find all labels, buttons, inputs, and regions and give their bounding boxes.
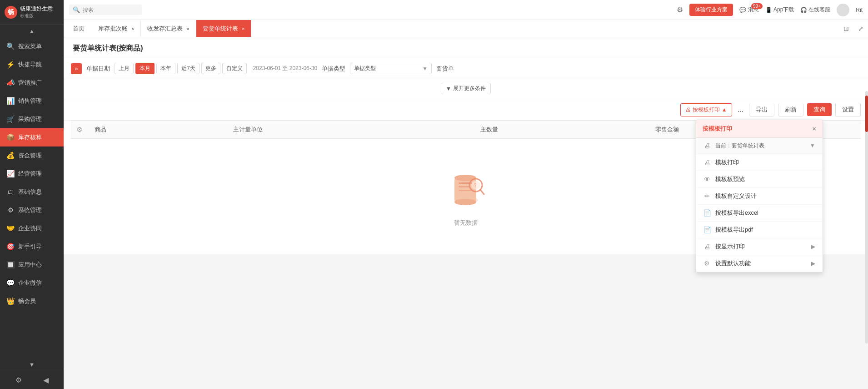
filter-expand-icon: » <box>75 66 78 72</box>
sidebar-item-wecom[interactable]: 💬 企业微信 <box>0 274 64 292</box>
filter-expand-more-btn[interactable]: ▼ 展开更多条件 <box>441 83 491 94</box>
sidebar-item-purchase[interactable]: 🛒 采购管理 <box>0 110 64 128</box>
tabbar-right: ⊡ ⤢ <box>839 25 868 32</box>
print-dropdown-item-export-excel[interactable]: 📄 按模板导出excel <box>696 205 823 222</box>
print-dropdown-item-template-preview[interactable]: 👁 模板板预览 <box>696 171 823 188</box>
table-col-settings[interactable]: ⚙ <box>71 121 89 139</box>
sidebar-scroll-down[interactable]: ▼ <box>0 359 64 371</box>
template-print-icon: 🖨 <box>703 159 711 166</box>
sidebar-item-operations[interactable]: 📈 经营管理 <box>0 165 64 183</box>
tab-close-inventory-batch[interactable]: × <box>131 26 134 31</box>
print-dropdown-current[interactable]: 🖨 当前：要货单统计表 ▼ <box>696 138 823 154</box>
topbar-msg-btn[interactable]: 💬 消息 99+ <box>739 6 759 14</box>
sidebar-item-basic[interactable]: 🗂 基础信息 <box>0 183 64 201</box>
print-dropdown-item-export-pdf[interactable]: 📄 按模板导出pdf <box>696 222 823 238</box>
finance-icon: 💰 <box>6 152 15 160</box>
template-print-label: 模板打印 <box>715 158 739 167</box>
sidebar-logo: 畅 畅康通好生意 标准版 <box>0 0 64 25</box>
sidebar-item-system[interactable]: ⚙ 系统管理 <box>0 201 64 219</box>
filter-date-more[interactable]: 更多 <box>201 63 220 74</box>
filter-expand-toggle[interactable]: » <box>71 63 82 74</box>
tab-inventory-batch[interactable]: 库存批次账 × <box>92 20 141 37</box>
purchase-icon: 🛒 <box>6 115 15 123</box>
filter-expand-down-icon: ▼ <box>446 86 451 92</box>
topbar-service-btn[interactable]: 🎧 在线客服 <box>800 6 830 14</box>
filter-date-prev-month[interactable]: 上月 <box>115 63 134 74</box>
current-template-icon: 🖨 <box>703 142 711 149</box>
sidebar-item-member[interactable]: 👑 畅会员 <box>0 292 64 310</box>
template-preview-label: 模板板预览 <box>715 175 745 183</box>
action-more-btn[interactable]: ... <box>736 106 745 114</box>
tab-expand-btn[interactable]: ⊡ <box>839 25 853 32</box>
tab-close-order-stats[interactable]: × <box>242 26 244 31</box>
set-default-arrow-icon: ▶ <box>811 260 815 267</box>
filter-date-custom[interactable]: 自定义 <box>222 63 247 74</box>
sidebar-item-inventory[interactable]: 📦 库存核算 <box>0 128 64 147</box>
topbar-service-label: 在线客服 <box>808 6 830 14</box>
print-dropdown-item-template-print[interactable]: 🖨 模板打印 <box>696 154 823 171</box>
filter-date-label: 单据日期 <box>86 65 110 73</box>
print-dropdown-item-template-custom[interactable]: ✏ 模板自定义设计 <box>696 188 823 205</box>
print-dropdown-sub-display-print[interactable]: 🖨 按显示打印 ▶ <box>696 238 823 255</box>
scrollbar[interactable] <box>865 91 868 344</box>
tab-collect-summary[interactable]: 收发存汇总表 × <box>141 20 196 37</box>
filter-date-this-year[interactable]: 本年 <box>156 63 175 74</box>
sidebar-item-finance[interactable]: 💰 资金管理 <box>0 147 64 165</box>
topbar-app-btn[interactable]: 📱 App下载 <box>765 6 794 14</box>
topbar-username[interactable]: Rit <box>856 7 863 13</box>
quicknav-icon: ⚡ <box>6 61 15 69</box>
sidebar-item-sales[interactable]: 📊 销售管理 <box>0 92 64 110</box>
topbar-trial-btn[interactable]: 体验行业方案 <box>689 4 733 16</box>
sidebar-settings-btn[interactable]: ⚙ <box>15 376 22 384</box>
topbar-avatar[interactable] <box>837 4 849 16</box>
sidebar-item-appstore[interactable]: 🔲 应用中心 <box>0 256 64 274</box>
topbar-search-input[interactable] <box>83 7 138 13</box>
sidebar-item-collab[interactable]: 🤝 企业协同 <box>0 219 64 237</box>
print-dropdown-close-btn[interactable]: × <box>812 125 816 132</box>
template-preview-icon: 👁 <box>703 176 711 183</box>
sidebar-item-marketing[interactable]: 📣 营销推广 <box>0 74 64 92</box>
sidebar-item-label-finance: 资金管理 <box>18 152 42 160</box>
print-dropdown-area: 🖨 按模板打印 ▲ 按模板打印 × 🖨 当前：要货单统计表 <box>680 103 732 116</box>
filter-date-7days[interactable]: 近7天 <box>177 63 200 74</box>
wecom-icon: 💬 <box>6 279 15 287</box>
sidebar-item-label-marketing: 营销推广 <box>18 79 42 87</box>
tab-close-collect-summary[interactable]: × <box>186 26 189 31</box>
topbar-app-label: App下载 <box>773 6 794 14</box>
topbar-right: ⚙ 体验行业方案 💬 消息 99+ 📱 App下载 🎧 在线客服 Rit <box>677 4 863 16</box>
newbie-icon: 🎯 <box>6 242 15 251</box>
set-default-icon: ⚙ <box>703 260 711 267</box>
empty-state-icon: ? <box>443 166 489 212</box>
tabbar: 首页 库存批次账 × 收发存汇总表 × 要货单统计表 × ⊡ ⤢ <box>64 20 868 37</box>
app-logo-icon: 畅 <box>5 6 17 19</box>
scrollbar-thumb[interactable] <box>865 96 868 132</box>
sidebar-item-label-purchase: 采购管理 <box>18 115 42 123</box>
sidebar-item-newbie[interactable]: 🎯 新手引导 <box>0 237 64 256</box>
filter-date-this-month[interactable]: 本月 <box>135 63 155 74</box>
sidebar-scroll-up[interactable]: ▲ <box>0 25 64 37</box>
current-template-arrow-icon: ▼ <box>810 142 815 149</box>
export-btn[interactable]: 导出 <box>749 103 774 116</box>
sidebar-collapse-btn[interactable]: ◀ <box>43 376 49 384</box>
table-settings-icon[interactable]: ⚙ <box>76 126 82 133</box>
tab-home[interactable]: 首页 <box>65 20 92 37</box>
filter-type-label: 单据类型 <box>322 65 345 73</box>
topbar-search-wrap[interactable]: 🔍 <box>69 5 142 15</box>
topbar-gear-icon[interactable]: ⚙ <box>677 5 683 14</box>
query-btn[interactable]: 查询 <box>807 103 832 116</box>
settings-btn[interactable]: 设置 <box>835 103 861 116</box>
template-custom-icon: ✏ <box>703 192 711 200</box>
basic-icon: 🗂 <box>6 188 15 196</box>
tab-order-stats[interactable]: 要货单统计表 × <box>196 20 251 37</box>
sidebar-item-quicknav[interactable]: ⚡ 快捷导航 <box>0 56 64 74</box>
system-icon: ⚙ <box>6 206 15 214</box>
print-dropdown-sub-set-default[interactable]: ⚙ 设置默认功能 ▶ <box>696 255 823 272</box>
sidebar-item-label-wecom: 企业微信 <box>18 279 42 287</box>
tab-fullscreen-btn[interactable]: ⤢ <box>853 25 868 32</box>
topbar: 🔍 ⚙ 体验行业方案 💬 消息 99+ 📱 App下载 🎧 在线客服 Rit <box>64 0 868 20</box>
export-pdf-label: 按模板导出pdf <box>715 226 753 234</box>
filter-type-select[interactable]: 单据类型 ▼ <box>350 63 432 74</box>
refresh-btn[interactable]: 刷新 <box>778 103 803 116</box>
print-template-btn[interactable]: 🖨 按模板打印 ▲ <box>680 103 732 116</box>
sidebar-item-search[interactable]: 🔍 搜索菜单 <box>0 37 64 56</box>
